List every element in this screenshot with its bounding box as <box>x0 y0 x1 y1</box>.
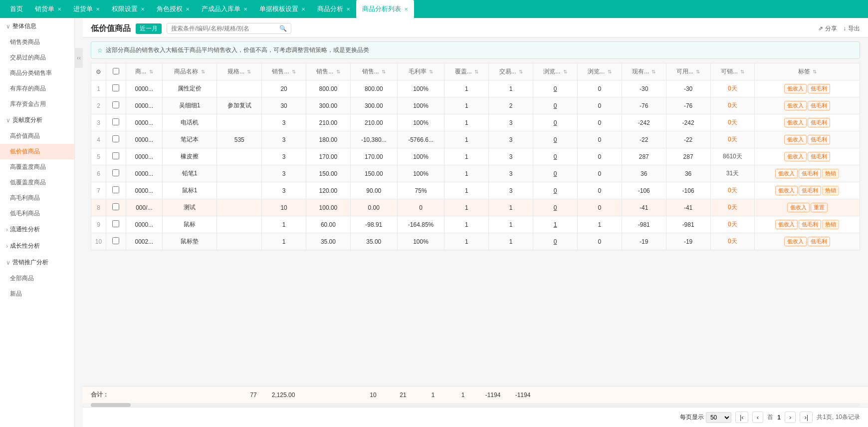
tags-column-header[interactable]: 标签 ⇅ <box>755 63 860 80</box>
sale-amt2-column-header[interactable]: 销售... ⇅ <box>350 63 397 80</box>
prev-page-button[interactable]: ‹ <box>752 412 763 423</box>
row-checkbox[interactable] <box>106 182 126 199</box>
sidebar-item-stock-goods[interactable]: 有库存的商品 <box>0 81 74 96</box>
view1-link[interactable]: 0 <box>554 153 557 160</box>
row-checkbox[interactable] <box>106 199 126 216</box>
sidebar-item-sale-goods[interactable]: 销售类商品 <box>0 34 74 50</box>
gross-rate-column-header[interactable]: 毛利率 ⇅ <box>397 63 444 80</box>
current-column-header[interactable]: 现有... ⇅ <box>622 63 666 80</box>
sidebar-item-stock-fund[interactable]: 库存资金占用 <box>0 96 74 112</box>
row-checkbox[interactable] <box>106 114 126 131</box>
row-select-checkbox[interactable] <box>112 203 119 210</box>
nav-home[interactable]: 首页 <box>4 0 29 18</box>
last-page-button[interactable]: ›| <box>800 412 813 423</box>
row-checkbox[interactable] <box>106 97 126 114</box>
view1-link[interactable]: 0 <box>554 204 557 211</box>
row-checkbox[interactable] <box>106 131 126 148</box>
gear-column-header[interactable]: ⚙ <box>91 63 106 80</box>
sale-qty-column-header[interactable]: 销售... ⇅ <box>262 63 306 80</box>
nav-template[interactable]: 单据模板设置 ✕ <box>253 0 311 18</box>
nav-purchase[interactable]: 进货单 ✕ <box>67 0 106 18</box>
sidebar-item-category-rate[interactable]: 商品分类销售率 <box>0 65 74 81</box>
name-column-header[interactable]: 商品名称 ⇅ <box>162 63 217 80</box>
nav-analysis-list[interactable]: 商品分析列表 ✕ <box>356 0 414 18</box>
sidebar-collapse-button[interactable]: ‹‹ <box>75 48 83 68</box>
trade-column-header[interactable]: 交易... ⇅ <box>489 63 533 80</box>
view1-link[interactable]: 0 <box>554 170 557 177</box>
sidebar-item-high-coverage[interactable]: 高覆盖度商品 <box>0 159 74 175</box>
coverage-column-header[interactable]: 覆盖... ⇅ <box>444 63 489 80</box>
sidebar-group-contribution[interactable]: ∨ 贡献度分析 <box>0 112 74 128</box>
sale-amt-column-header[interactable]: 销售... ⇅ <box>306 63 351 80</box>
row-select-checkbox[interactable] <box>112 118 119 125</box>
horizontal-scrollbar[interactable] <box>91 403 860 407</box>
view1-link[interactable]: 0 <box>554 102 557 109</box>
sidebar-item-low-margin[interactable]: 低毛利商品 <box>0 206 74 221</box>
period-badge[interactable]: 近一月 <box>136 23 162 34</box>
row-checkbox[interactable] <box>106 80 126 97</box>
next-page-button[interactable]: › <box>785 412 796 423</box>
row-checkbox[interactable] <box>106 233 126 250</box>
close-icon[interactable]: ✕ <box>141 6 145 12</box>
share-button[interactable]: ⇗ 分享 <box>818 24 837 33</box>
search-icon[interactable]: 🔍 <box>279 25 287 32</box>
tag-label: 低毛利 <box>808 237 830 246</box>
sidebar-item-low-value[interactable]: 低价值商品 <box>0 144 74 159</box>
sidebar-item-high-value[interactable]: 高价值商品 <box>0 128 74 144</box>
nav-role[interactable]: 角色授权 ✕ <box>151 0 196 18</box>
first-page-button[interactable]: |‹ <box>735 412 748 423</box>
row-name: 鼠标1 <box>162 182 217 199</box>
select-all-checkbox[interactable] <box>113 68 119 74</box>
close-icon[interactable]: ✕ <box>57 6 61 12</box>
sidebar-item-low-coverage[interactable]: 低覆盖度商品 <box>0 175 74 190</box>
code-column-header[interactable]: 商... ⇅ <box>126 63 162 80</box>
sidebar-item-high-margin[interactable]: 高毛利商品 <box>0 190 74 206</box>
sidebar-item-traded-goods[interactable]: 交易过的商品 <box>0 50 74 65</box>
sidebar-group-flow[interactable]: › 流通性分析 <box>0 221 74 238</box>
nav-sales[interactable]: 销货单 ✕ <box>29 0 67 18</box>
close-icon[interactable]: ✕ <box>404 6 408 12</box>
sidebar-group-overview[interactable]: ∨ 整体信息 <box>0 18 74 34</box>
per-page-select[interactable]: 50 100 200 <box>706 412 731 423</box>
row-checkbox[interactable] <box>106 148 126 165</box>
row-select-checkbox[interactable] <box>112 135 119 142</box>
available-column-header[interactable]: 可用... ⇅ <box>666 63 710 80</box>
view1-column-header[interactable]: 浏览... ⇅ <box>533 63 578 80</box>
row-checkbox[interactable] <box>106 165 126 182</box>
close-icon[interactable]: ✕ <box>186 6 190 12</box>
row-select-checkbox[interactable] <box>112 237 119 244</box>
row-select-checkbox[interactable] <box>112 101 119 108</box>
close-icon[interactable]: ✕ <box>243 6 247 12</box>
sidebar-group-growth[interactable]: › 成长性分析 <box>0 238 74 254</box>
nav-analysis[interactable]: 商品分析 ✕ <box>311 0 356 18</box>
sidebar-item-new-goods[interactable]: 新品 <box>0 286 74 302</box>
checkbox-column-header[interactable] <box>106 63 126 80</box>
view1-link[interactable]: 1 <box>554 221 557 228</box>
close-icon[interactable]: ✕ <box>346 6 350 12</box>
close-icon[interactable]: ✕ <box>301 6 305 12</box>
view1-link[interactable]: 0 <box>554 187 557 194</box>
view1-link[interactable]: 0 <box>554 136 557 143</box>
row-checkbox[interactable] <box>106 216 126 233</box>
sidebar-group-marketing[interactable]: ∨ 营销推广分析 <box>0 254 74 271</box>
row-tags: 低收入低毛利热销 <box>755 216 860 233</box>
row-select-checkbox[interactable] <box>112 152 119 159</box>
view1-link[interactable]: 0 <box>554 85 557 92</box>
close-icon[interactable]: ✕ <box>96 6 100 12</box>
nav-product[interactable]: 产成品入库单 ✕ <box>196 0 253 18</box>
spec-column-header[interactable]: 规格... ⇅ <box>217 63 262 80</box>
export-button[interactable]: ↓ 导出 <box>843 24 860 33</box>
row-select-checkbox[interactable] <box>112 84 119 91</box>
scrollbar-thumb[interactable] <box>91 403 131 407</box>
row-select-checkbox[interactable] <box>112 220 119 227</box>
row-select-checkbox[interactable] <box>112 169 119 176</box>
row-spec: 参加复试 <box>217 97 262 114</box>
view2-column-header[interactable]: 浏览... ⇅ <box>577 63 622 80</box>
nav-permission[interactable]: 权限设置 ✕ <box>106 0 151 18</box>
row-select-checkbox[interactable] <box>112 186 119 193</box>
search-input[interactable] <box>171 25 279 32</box>
view1-link[interactable]: 0 <box>554 238 557 245</box>
saleable-column-header[interactable]: 可销... ⇅ <box>710 63 755 80</box>
sidebar-item-all-goods[interactable]: 全部商品 <box>0 271 74 286</box>
view1-link[interactable]: 0 <box>554 119 557 126</box>
